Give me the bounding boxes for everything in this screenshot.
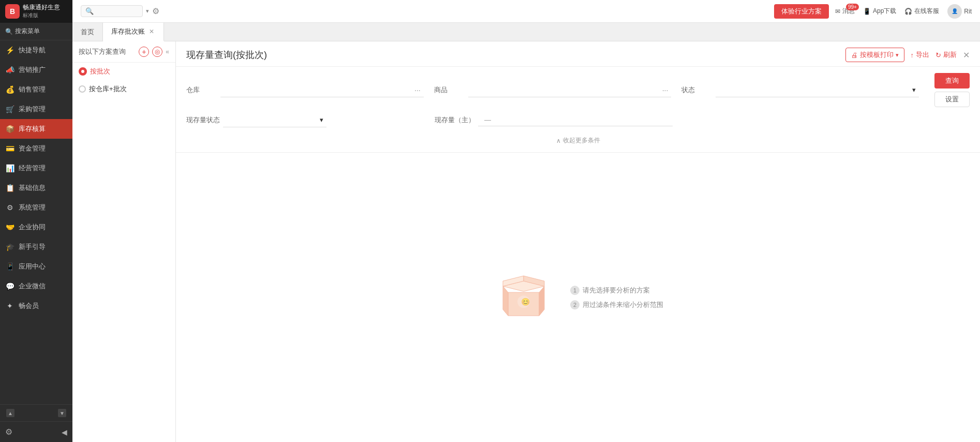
message-icon: ✉ bbox=[835, 8, 840, 15]
scroll-up-btn[interactable]: ▲ bbox=[6, 409, 14, 417]
sidebar-item-purchase[interactable]: 🛒 采购管理 bbox=[0, 99, 72, 119]
tab-inventory-batch[interactable]: 库存批次账 ✕ bbox=[103, 23, 164, 41]
search-icon: 🔍 bbox=[5, 28, 13, 35]
export-icon: ↑ bbox=[911, 51, 914, 59]
marketing-icon: 📣 bbox=[5, 65, 14, 75]
quick-nav-icon: ⚡ bbox=[5, 46, 14, 55]
sidebar-settings-icon[interactable]: ⚙ bbox=[5, 427, 12, 437]
left-panel-title: 按以下方案查询 bbox=[79, 47, 126, 56]
goods-input[interactable]: ··· bbox=[468, 83, 672, 97]
sidebar-item-inventory[interactable]: 📦 库存核算 bbox=[0, 119, 72, 139]
search-dropdown-icon[interactable]: ▾ bbox=[146, 8, 149, 14]
guide-icon: 🎓 bbox=[5, 242, 14, 252]
collapse-conditions-button[interactable]: ∧ 收起更多条件 bbox=[186, 133, 970, 146]
chevron-up-icon: ∧ bbox=[556, 137, 561, 144]
company-name: 畅康通好生意 bbox=[23, 4, 60, 12]
inv-status-chevron: ▾ bbox=[320, 116, 323, 124]
warehouse-filter: 仓库 ··· bbox=[186, 83, 424, 97]
sidebar-item-quick-nav[interactable]: ⚡ 快捷导航 bbox=[0, 40, 72, 60]
system-icon: ⚙ bbox=[5, 203, 14, 212]
sidebar-item-marketing[interactable]: 📣 营销推广 bbox=[0, 60, 72, 80]
status-label: 状态 bbox=[681, 85, 712, 95]
sidebar-search[interactable]: 🔍 搜索菜单 bbox=[0, 23, 72, 40]
print-dropdown-icon[interactable]: ▾ bbox=[896, 52, 899, 58]
topbar-right: ✉ 消息 99+ 📱 App下载 🎧 在线客服 👤 Rit bbox=[835, 4, 972, 19]
sidebar-item-guide[interactable]: 🎓 新手引导 bbox=[0, 237, 72, 257]
tabs-bar: 首页 库存批次账 ✕ bbox=[72, 23, 980, 41]
inventory-status-filter: 现存量状态 ▾ bbox=[186, 113, 424, 127]
app-download-label: App下载 bbox=[873, 7, 896, 16]
sidebar-collapse-icon[interactable]: ◀ bbox=[62, 428, 67, 436]
goods-dots[interactable]: ··· bbox=[662, 86, 669, 94]
empty-hints: 1 请先选择要分析的方案 2 用过滤条件来缩小分析范围 bbox=[570, 286, 663, 310]
topbar-search-box[interactable]: 🔍 bbox=[81, 5, 143, 17]
avatar: 👤 bbox=[947, 4, 962, 19]
printer-icon: 🖨 bbox=[851, 51, 858, 59]
empty-state: 😊 1 请先选择要分析的方案 2 用过滤条件来缩小分析范围 bbox=[176, 153, 980, 442]
page-header-actions: 🖨 按模板打印 ▾ ↑ 导出 ↻ 刷新 ✕ bbox=[845, 48, 970, 62]
left-panel: 按以下方案查询 + ◎ « 按批次 按仓库+批次 bbox=[72, 41, 176, 442]
sidebar-nav: ⚡ 快捷导航 📣 营销推广 💰 销售管理 🛒 采购管理 📦 库存核算 💳 资金管… bbox=[0, 40, 72, 404]
settings-button[interactable]: 设置 bbox=[934, 92, 970, 107]
svg-marker-3 bbox=[539, 286, 544, 316]
scheme-item-warehouse-batch[interactable]: 按仓库+批次 bbox=[72, 80, 175, 98]
sidebar-item-appstore[interactable]: 📱 应用中心 bbox=[0, 257, 72, 276]
goods-filter: 商品 ··· bbox=[434, 83, 672, 97]
hint-num-2: 2 bbox=[570, 300, 580, 310]
scroll-down-btn[interactable]: ▼ bbox=[58, 409, 66, 417]
topbar-search-icon: 🔍 bbox=[85, 7, 94, 15]
status-select[interactable]: ▾ bbox=[716, 83, 919, 97]
warehouse-dots[interactable]: ··· bbox=[414, 86, 421, 94]
warehouse-input[interactable]: ··· bbox=[220, 83, 424, 97]
empty-hint-1: 1 请先选择要分析的方案 bbox=[570, 286, 663, 295]
inventory-qty-filter: 现存量（主） — bbox=[435, 114, 673, 126]
sidebar-item-system[interactable]: ⚙ 系统管理 bbox=[0, 198, 72, 217]
print-button[interactable]: 🖨 按模板打印 ▾ bbox=[845, 48, 904, 62]
sidebar-item-label: 畅会员 bbox=[19, 301, 39, 311]
inventory-status-label: 现存量状态 bbox=[186, 115, 220, 125]
page-header: 现存量查询(按批次) 🖨 按模板打印 ▾ ↑ 导出 ↻ 刷新 bbox=[176, 41, 980, 67]
scheme-settings-button[interactable]: ◎ bbox=[152, 47, 162, 57]
add-scheme-button[interactable]: + bbox=[139, 47, 149, 57]
collapse-panel-button[interactable]: « bbox=[166, 48, 169, 55]
trial-button[interactable]: 体验行业方案 bbox=[774, 4, 829, 19]
online-service-item[interactable]: 🎧 在线客服 bbox=[904, 7, 939, 16]
inventory-status-select[interactable]: ▾ bbox=[223, 113, 326, 127]
scheme-item-batch[interactable]: 按批次 bbox=[72, 63, 175, 80]
inventory-qty-label: 现存量（主） bbox=[435, 115, 475, 125]
content-area: 按以下方案查询 + ◎ « 按批次 按仓库+批次 bbox=[72, 41, 980, 442]
close-panel-button[interactable]: ✕ bbox=[963, 50, 970, 60]
inventory-qty-range[interactable]: — bbox=[478, 114, 673, 126]
sidebar-item-label: 系统管理 bbox=[19, 203, 46, 212]
hint-num-1: 1 bbox=[570, 286, 580, 295]
sidebar-item-finance[interactable]: 💳 资金管理 bbox=[0, 139, 72, 158]
message-item[interactable]: ✉ 消息 99+ bbox=[835, 7, 855, 16]
sidebar-item-label: 采购管理 bbox=[19, 105, 46, 114]
right-panel: 现存量查询(按批次) 🖨 按模板打印 ▾ ↑ 导出 ↻ 刷新 bbox=[176, 41, 980, 442]
sidebar-item-enterprise[interactable]: 🤝 企业协同 bbox=[0, 217, 72, 237]
sidebar-item-weixin[interactable]: 💬 企业微信 bbox=[0, 276, 72, 296]
export-button[interactable]: ↑ 导出 bbox=[911, 50, 930, 60]
edition-label: 标准版 bbox=[23, 12, 60, 19]
filter-row-2: 现存量状态 ▾ 现存量（主） — bbox=[186, 112, 970, 128]
tab-home[interactable]: 首页 bbox=[72, 23, 103, 41]
user-name: Rit bbox=[964, 8, 972, 15]
sidebar: B 畅康通好生意 标准版 🔍 搜索菜单 ⚡ 快捷导航 📣 营销推广 💰 销售管理… bbox=[0, 0, 72, 442]
sidebar-item-member[interactable]: ✦ 畅会员 bbox=[0, 296, 72, 316]
user-item[interactable]: 👤 Rit bbox=[947, 4, 972, 19]
tab-close-icon[interactable]: ✕ bbox=[148, 28, 155, 35]
goods-label: 商品 bbox=[434, 85, 465, 95]
sidebar-item-basic[interactable]: 📋 基础信息 bbox=[0, 178, 72, 198]
query-button[interactable]: 查询 bbox=[934, 73, 970, 89]
main-area: 🔍 ▾ ⚙ 体验行业方案 ✉ 消息 99+ 📱 App下载 🎧 在线客服 bbox=[72, 0, 980, 442]
home-tab-label: 首页 bbox=[81, 27, 94, 37]
refresh-button[interactable]: ↻ 刷新 bbox=[936, 50, 957, 60]
topbar-gear-icon[interactable]: ⚙ bbox=[152, 6, 159, 16]
app-download-item[interactable]: 📱 App下载 bbox=[863, 7, 896, 16]
finance-icon: 💳 bbox=[5, 144, 14, 153]
sidebar-item-label: 库存核算 bbox=[19, 124, 46, 134]
sidebar-item-label: 应用中心 bbox=[19, 262, 46, 271]
sidebar-item-sales[interactable]: 💰 销售管理 bbox=[0, 80, 72, 99]
sidebar-item-operations[interactable]: 📊 经营管理 bbox=[0, 158, 72, 178]
filter-area: 仓库 ··· 商品 ··· 状态 bbox=[176, 67, 980, 153]
